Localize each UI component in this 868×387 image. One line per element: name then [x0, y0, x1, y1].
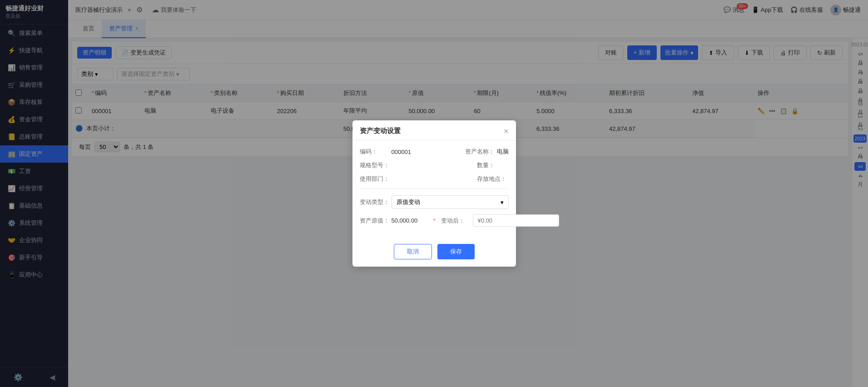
modal-code-value: 000001: [392, 149, 411, 155]
modal-title: 资产变动设置: [360, 127, 401, 135]
modal-change-type-label: 变动类型：: [360, 198, 392, 206]
modal-change-type-value: 原值变动: [397, 198, 420, 206]
modal-original-label: 资产原值：: [360, 217, 392, 225]
modal-name-value: 电脑: [497, 148, 509, 156]
modal-name-label: 资产名称：: [465, 148, 497, 156]
modal-change-type-arrow: ▾: [501, 199, 504, 206]
modal-footer: 取消 保存: [352, 239, 516, 267]
modal-location-label: 存放地点：: [477, 175, 509, 183]
modal-close-btn[interactable]: ×: [504, 127, 509, 135]
modal-body: 编码： 000001 资产名称： 电脑 规格型号： 数量： 使用部门： 存放地点…: [352, 140, 516, 239]
modal-dept-label: 使用部门：: [360, 175, 392, 183]
modal-spec-label: 规格型号：: [360, 161, 392, 169]
modal-after-label: 变动后：: [441, 217, 473, 225]
modal-code-label: 编码：: [360, 148, 392, 156]
asset-change-modal: 资产变动设置 × 编码： 000001 资产名称： 电脑 规格型号： 数量：: [352, 120, 516, 267]
modal-value-field: 资产原值： 50,000.00 * 变动后：: [360, 214, 509, 227]
modal-cancel-btn[interactable]: 取消: [394, 244, 432, 259]
modal-info-row1: 编码： 000001 资产名称： 电脑: [360, 148, 509, 156]
modal-header: 资产变动设置 ×: [352, 120, 516, 140]
modal-save-btn[interactable]: 保存: [437, 244, 475, 259]
modal-quantity-label: 数量：: [477, 161, 509, 169]
modal-info-row3: 使用部门： 存放地点：: [360, 175, 509, 183]
modal-divider: [360, 189, 509, 189]
modal-change-type-select[interactable]: 原值变动 ▾: [392, 195, 509, 209]
modal-info-row2: 规格型号： 数量：: [360, 161, 509, 169]
modal-overlay: 资产变动设置 × 编码： 000001 资产名称： 电脑 规格型号： 数量：: [0, 0, 868, 387]
modal-change-type-field: 变动类型： 原值变动 ▾: [360, 195, 509, 209]
required-star: *: [433, 217, 436, 224]
modal-after-input[interactable]: [473, 214, 559, 227]
modal-original-value: 50,000.00: [392, 217, 428, 224]
